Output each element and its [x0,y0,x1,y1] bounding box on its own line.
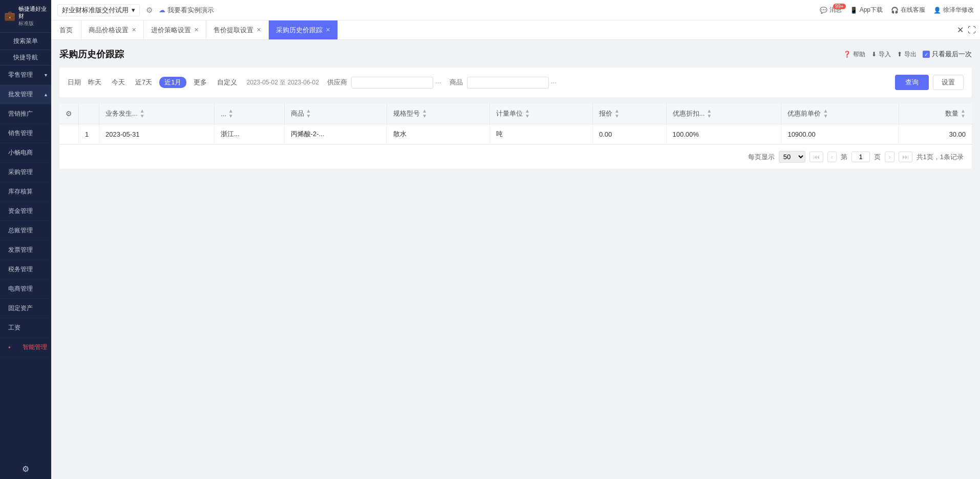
table-col-3[interactable]: ... ▲▼ [214,103,284,124]
sidebar-item-finance[interactable]: 资金管理 [0,202,51,221]
table-col-discount[interactable]: 优惠折扣... ▲▼ [666,103,781,124]
first-page-button[interactable]: ⏮ [809,151,823,162]
table-col-unit[interactable]: 计量单位 ▲▼ [490,103,593,124]
tab-label: 商品价格设置 [89,26,129,35]
sidebar-item-label: 税务管理 [8,265,33,274]
help-label: 帮助 [853,50,865,59]
app-download-label: App下载 [860,6,883,14]
table-col-price[interactable]: 报价 ▲▼ [593,103,666,124]
tab-close-icon[interactable]: ✕ [257,27,261,33]
sidebar-search[interactable]: 搜索菜单 [0,33,51,50]
row-spec: 散水 [387,124,490,144]
table-col-settings[interactable]: ⚙ [59,103,79,124]
row-product: 丙烯酸-2-... [284,124,387,144]
sidebar-item-label: 电商管理 [8,285,33,293]
sidebar-item-label: 营销推广 [8,110,33,118]
gear-icon[interactable]: ⚙ [22,465,29,473]
sidebar-item-wholesale[interactable]: 批发管理 ▴ [0,85,51,104]
col-product-label: 商品 [291,109,304,118]
tab-price-extract[interactable]: 售价提取设置 ✕ [206,20,269,40]
sidebar-item-salary[interactable]: 工资 [0,318,51,338]
supplier-label: 供应商 [327,78,347,87]
sidebar-item-sales[interactable]: 销售管理 [0,124,51,143]
service-button[interactable]: 🎧 在线客服 [891,6,925,14]
sidebar-item-ecommerce-small[interactable]: 小畅电商 [0,143,51,163]
tab-close-icon[interactable]: ✕ [326,27,330,33]
tab-close-icon[interactable]: ✕ [194,27,199,33]
sidebar-item-label: 工资 [8,323,20,332]
user-icon: 👤 [933,7,941,14]
sidebar-item-ai[interactable]: ● 智能管理 [0,338,51,357]
content-area: 采购历史价跟踪 ❓ 帮助 ⬇ 导入 ⬆ 导出 ✓ 只 [51,40,980,479]
table-col-date[interactable]: 业务发生... ▲▼ [99,103,215,124]
row-col3: 浙江... [214,124,284,144]
date-option-custom[interactable]: 自定义 [214,77,240,88]
settings-icon[interactable]: ⚙ [146,6,153,15]
user-button[interactable]: 👤 徐泽华修改 [933,6,974,14]
sidebar-item-invoice[interactable]: 发票管理 [0,241,51,260]
checkbox-icon: ✓ [923,51,930,58]
import-icon: ⬇ [871,51,877,58]
expand-icon[interactable]: ⛶ [968,26,976,35]
date-range: 2023-05-02 至 2023-06-02 [246,78,318,87]
last-page-button[interactable]: ⏭ [899,151,912,162]
product-input[interactable] [467,77,549,89]
prev-page-button[interactable]: ‹ [827,151,837,162]
sidebar-item-tax[interactable]: 税务管理 [0,260,51,279]
row-pre-price: 10900.00 [781,124,899,144]
date-option-today[interactable]: 今天 [109,77,128,88]
close-tab-icon[interactable]: ✕ [957,25,964,35]
column-settings-icon[interactable]: ⚙ [66,110,72,118]
sidebar-item-purchase[interactable]: 采购管理 [0,163,51,182]
per-page-select[interactable]: 50 10 20 100 [779,151,805,163]
only-last-toggle[interactable]: ✓ 只看最后一次 [923,50,972,59]
tab-purchase-history[interactable]: 采购历史价跟踪 ✕ [269,20,338,40]
supplier-input[interactable] [351,77,433,89]
demo-link[interactable]: ☁ 我要看实例演示 [159,6,214,15]
chevron-up-icon: ▴ [45,92,47,97]
filter-row: 日期 昨天 今天 近7天 近1月 更多 自定义 2023-05-02 至 202… [68,75,964,90]
query-button[interactable]: 查询 [895,75,929,90]
supplier-more-icon[interactable]: ··· [435,78,441,86]
tab-home[interactable]: 首页 [51,20,81,40]
sidebar: 💼 畅捷通好业财 标准版 搜索菜单 快捷导航 零售管理 ▾ 批发管理 ▴ 营销推… [0,0,51,479]
product-more-icon[interactable]: ··· [551,78,557,86]
export-button[interactable]: ⬆ 导出 [897,50,917,59]
date-option-7days[interactable]: 近7天 [132,77,155,88]
date-option-1month[interactable]: 近1月 [159,77,186,88]
col-unit-label: 计量单位 [496,109,523,118]
sidebar-item-label: 资金管理 [8,207,33,215]
sidebar-item-ecommerce[interactable]: 电商管理 [0,279,51,299]
row-unit: 吨 [490,124,593,144]
sidebar-quick-nav[interactable]: 快捷导航 [0,50,51,66]
service-label: 在线客服 [901,6,925,14]
play-icon: ☁ [159,6,165,14]
app-download-button[interactable]: 📱 App下载 [850,6,883,14]
filter-settings-button[interactable]: 设置 [933,75,964,90]
table-col-quantity[interactable]: 数量 ▲▼ [899,103,972,124]
sidebar-item-label: 小畅电商 [8,148,33,157]
table-col-spec[interactable]: 规格型号 ▲▼ [387,103,490,124]
export-label: 导出 [904,50,917,59]
tab-product-price[interactable]: 商品价格设置 ✕ [81,20,144,40]
col-spec-label: 规格型号 [393,109,420,118]
sidebar-item-fixed-assets[interactable]: 固定资产 [0,299,51,318]
sidebar-item-retail[interactable]: 零售管理 ▾ [0,66,51,85]
sidebar-item-marketing[interactable]: 营销推广 [0,104,51,124]
help-button[interactable]: ❓ 帮助 [843,50,865,59]
table-col-product[interactable]: 商品 ▲▼ [284,103,387,124]
page-input[interactable] [851,151,870,162]
date-option-yesterday[interactable]: 昨天 [85,77,104,88]
tab-close-icon[interactable]: ✕ [132,27,136,33]
product-selector[interactable]: 好业财标准版交付试用 ▾ [57,4,140,16]
sidebar-item-inventory[interactable]: 库存核算 [0,182,51,202]
sidebar-item-ledger[interactable]: 总账管理 [0,221,51,241]
date-option-more[interactable]: 更多 [190,77,210,88]
import-button[interactable]: ⬇ 导入 [871,50,891,59]
table-col-pre-price[interactable]: 优惠前单价 ▲▼ [781,103,899,124]
col-quantity-label: 数量 [945,109,958,118]
tab-cost-strategy[interactable]: 进价策略设置 ✕ [144,20,206,40]
message-button[interactable]: 💬 消息 99+ [820,6,842,14]
sort-icon: ▲▼ [422,108,427,119]
next-page-button[interactable]: › [885,151,894,162]
